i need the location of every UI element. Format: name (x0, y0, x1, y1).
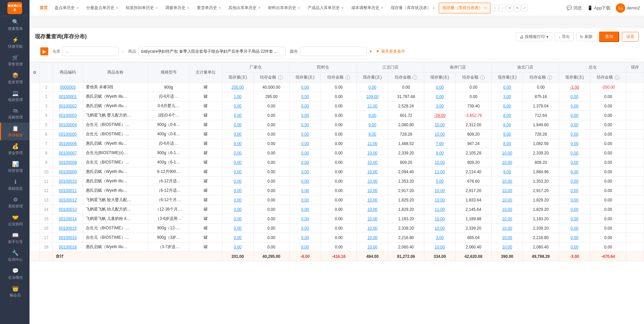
t-qty-cell[interactable]: 0.00 (559, 233, 590, 242)
yb-qty-cell[interactable]: 8.00 (491, 120, 523, 130)
app-download-item[interactable]: 📱 App下载 (587, 5, 610, 11)
yb-qty-cell[interactable]: 10.00 (491, 177, 523, 186)
sidebar-item-wholesale[interactable]: 📦 批发管理 (0, 70, 30, 87)
jb-qty-cell[interactable]: 10.00 (357, 167, 388, 177)
yb-qty-cell[interactable]: 9.00 (491, 167, 523, 177)
close-tab-6[interactable]: ✕ (258, 6, 261, 10)
nav-home-tab[interactable]: 首页 (36, 5, 51, 11)
sidebar-item-inventory[interactable]: 📋 库存核算 (0, 123, 30, 140)
na-qty-cell[interactable]: 9.00 (424, 148, 455, 158)
sidebar-item-finance[interactable]: 💰 资金管理 (0, 140, 30, 158)
f-qty-cell[interactable]: 0.00 (222, 167, 253, 177)
l-qty-cell[interactable]: 0.00 (289, 195, 321, 205)
na-qty-cell[interactable]: 0.00 (424, 92, 455, 101)
nav-tab-2[interactable]: 分量盘点单历史 ✕ (83, 3, 122, 13)
f-qty-cell[interactable]: 0.00 (222, 205, 253, 214)
na-qty-cell[interactable]: 5.00 (424, 177, 455, 186)
l-qty-cell[interactable]: 0.00 (289, 158, 321, 167)
na-qty-cell[interactable]: 10.00 (424, 214, 455, 224)
t-qty-cell[interactable]: 0.00 (559, 92, 590, 101)
yb-amt-info[interactable]: i (547, 75, 552, 80)
nav-tab-9[interactable]: 成本调整单历史 ✕ (347, 3, 387, 13)
close-tab-4[interactable]: ✕ (187, 6, 190, 10)
close-tab-5[interactable]: ✕ (218, 6, 221, 10)
yb-qty-cell[interactable]: 10.00 (491, 158, 523, 167)
color-dropdown-icon[interactable]: ▾ (370, 49, 372, 54)
sidebar-item-wechat[interactable]: 💬 企业微信 (0, 265, 30, 283)
nav-tab-3[interactable]: 组装拆卸单历史 ✕ (122, 3, 162, 13)
f-qty-cell[interactable]: 0.00 (222, 195, 253, 205)
t-qty-cell[interactable]: 0.00 (559, 242, 590, 252)
l-qty-cell[interactable]: 0.00 (289, 242, 321, 252)
na-qty-cell[interactable]: -39.00 (424, 111, 455, 120)
sidebar-item-collab[interactable]: 🤝 企业协同 (0, 212, 30, 229)
sidebar-item-member[interactable]: 👑 畅会员 (0, 283, 30, 300)
t-qty-cell[interactable]: 0.00 (559, 120, 590, 130)
na-qty-cell[interactable]: 0.00 (424, 83, 455, 92)
l-qty-cell[interactable]: 0.00 (289, 233, 321, 242)
na-amt-info[interactable]: i (480, 75, 485, 80)
nav-next[interactable]: › (499, 5, 506, 11)
goods-code-cell[interactable]: 00100003 (53, 111, 83, 120)
nav-tab-10[interactable]: 现存量（库存状况表） ✕ (387, 3, 439, 13)
close-tab-1[interactable]: ✕ (76, 6, 79, 10)
jb-qty-cell[interactable]: 10.00 (357, 214, 388, 224)
yb-qty-cell[interactable]: 10.00 (491, 242, 523, 252)
sidebar-item-ecommerce[interactable]: 💻 电商管理 (0, 87, 30, 105)
nav-tab-1[interactable]: 盘点单历史 ✕ (51, 3, 83, 13)
sidebar-item-apps[interactable]: 🔧 应用中心 (0, 247, 30, 265)
nav-tab-7[interactable]: 材料出库单历史 ✕ (264, 3, 304, 13)
goods-code-cell[interactable]: 0000003 (53, 83, 83, 92)
nav-tab-8[interactable]: 产成品入库单历史 ✕ (304, 3, 347, 13)
nav-close-all[interactable]: ✕ (514, 5, 521, 11)
t-qty-cell[interactable]: 0.00 (559, 177, 590, 186)
print-button[interactable]: 🖨 按模板打印 ▾ (516, 32, 552, 41)
sidebar-item-purchase[interactable]: 🛍 采购管理 (0, 105, 30, 123)
goods-code-cell[interactable]: 00100012 (53, 195, 83, 205)
t-qty-cell[interactable]: 0.00 (559, 224, 590, 233)
goods-code-cell[interactable]: 00100010 (53, 177, 83, 186)
f-qty-cell[interactable]: 1.00 (222, 92, 253, 101)
l-qty-cell[interactable]: 0.00 (289, 139, 321, 148)
goods-code-cell[interactable]: 00100002 (53, 101, 83, 111)
f-qty-cell[interactable]: 0.00 (222, 120, 253, 130)
jb-qty-cell[interactable]: 10.00 (357, 158, 388, 167)
l-qty-cell[interactable]: 0.00 (289, 120, 321, 130)
t-qty-cell[interactable]: 0.00 (559, 186, 590, 195)
l-qty-cell[interactable]: 0.00 (289, 111, 321, 120)
na-qty-cell[interactable]: 11.00 (424, 167, 455, 177)
jb-qty-cell[interactable]: 11.00 (357, 139, 388, 148)
jb-qty-cell[interactable]: 10.00 (357, 186, 388, 195)
goods-code-cell[interactable]: 00100005 (53, 130, 83, 139)
nav-tab-6[interactable]: 其他出库单历史 ✕ (225, 3, 264, 13)
na-qty-cell[interactable]: 10.00 (424, 186, 455, 195)
yb-qty-cell[interactable]: 6.00 (491, 101, 523, 111)
sidebar-item-management[interactable]: 📊 经营管理 (0, 158, 30, 176)
yb-qty-cell[interactable]: 10.00 (491, 205, 523, 214)
t-qty-cell[interactable]: 0.00 (559, 111, 590, 120)
color-input[interactable] (300, 47, 367, 56)
f-qty-cell[interactable]: 200.00 (222, 83, 253, 92)
na-qty-cell[interactable]: 3.00 (424, 233, 455, 242)
na-qty-cell[interactable]: 10.00 (424, 224, 455, 233)
l-qty-cell[interactable]: 0.00 (289, 148, 321, 158)
jb-qty-cell[interactable]: 9.00 (357, 130, 388, 139)
message-item[interactable]: 💬 消息 (567, 5, 582, 11)
f-qty-cell[interactable]: 0.00 (222, 242, 253, 252)
l-qty-cell[interactable]: 0.00 (289, 92, 321, 101)
jb-qty-cell[interactable]: 9.00 (357, 111, 388, 120)
goods-code-cell[interactable]: 00100014 (53, 214, 83, 224)
f-qty-cell[interactable]: 0.00 (222, 111, 253, 120)
t-qty-cell[interactable]: 0.00 (559, 195, 590, 205)
f-qty-cell[interactable]: 0.00 (222, 101, 253, 111)
sidebar-item-retail[interactable]: 🛒 零售管理 (0, 52, 30, 70)
jb-qty-cell[interactable]: 10.00 (357, 195, 388, 205)
l-qty-cell[interactable]: 0.00 (289, 186, 321, 195)
jb-qty-cell[interactable]: 10.00 (357, 233, 388, 242)
l-qty-cell[interactable]: 0.00 (289, 130, 321, 139)
sidebar-item-shortcut[interactable]: ⚡ 快捷导航 (0, 34, 30, 52)
na-qty-cell[interactable]: 10.00 (424, 130, 455, 139)
yb-qty-cell[interactable]: 10.00 (491, 233, 523, 242)
yb-qty-cell[interactable]: 3.00 (491, 92, 523, 101)
sidebar-item-search[interactable]: 🔍 搜索英单 (0, 16, 30, 34)
